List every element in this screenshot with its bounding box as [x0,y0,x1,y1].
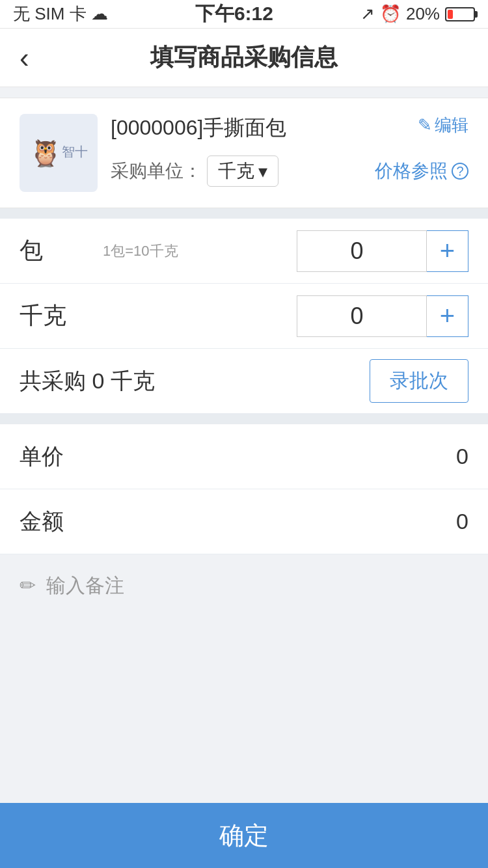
batch-button[interactable]: 录批次 [370,359,468,403]
back-button[interactable]: ‹ [20,44,29,72]
product-logo-sub: 智十 [62,143,88,161]
status-time: 下午6:12 [195,1,273,27]
unit-price-value: 0 [456,444,468,469]
kg-quantity-input[interactable] [297,295,427,337]
page-title: 填写商品采购信息 [150,42,338,74]
battery-icon [445,7,475,21]
product-name: [0000006]手撕面包 [111,114,286,142]
total-row: 共采购 0 千克 录批次 [0,349,488,414]
unit-label: 采购单位： 千克 ▾ [111,156,278,187]
status-bar: 无 SIM 卡 ☁ 下午6:12 ↗ ⏰ 20% [0,0,488,29]
page-content: 🦉 智十 [0000006]手撕面包 ✎ 编辑 采购单位： 千克 ▾ [0,98,488,868]
bag-hint: 1包=10千克 [103,241,178,261]
edit-icon: ✎ [418,115,432,135]
kg-plus-button[interactable]: + [427,295,468,337]
section-divider-2 [0,414,488,424]
price-ref[interactable]: 价格参照 ? [375,159,468,183]
pencil-icon: ✏ [20,574,36,597]
notes-area[interactable]: ✏ 输入备注 [0,554,488,617]
unit-price-label: 单价 [20,442,64,472]
product-info: [0000006]手撕面包 ✎ 编辑 采购单位： 千克 ▾ 价格参照 ? [111,114,468,187]
kg-input-control: + [297,295,468,337]
amount-label: 金额 [20,507,64,537]
info-icon: ? [452,163,468,180]
bag-label: 包 [20,235,98,267]
confirm-button[interactable]: 确定 [0,803,488,868]
unit-value: 千克 [218,159,254,183]
bag-input-row: 包 1包=10千克 + [0,219,488,284]
input-section: 包 1包=10千克 + 千克 + 共采购 0 千克 录批次 [0,219,488,414]
unit-label-text: 采购单位： [111,159,202,183]
amount-row: 金额 0 [0,489,488,554]
product-card: 🦉 智十 [0000006]手撕面包 ✎ 编辑 采购单位： 千克 ▾ [0,98,488,208]
unit-dropdown[interactable]: 千克 ▾ [207,156,278,187]
bag-quantity-input[interactable] [297,230,427,272]
bag-plus-button[interactable]: + [427,230,468,272]
status-left: 无 SIM 卡 ☁ [13,3,108,25]
product-unit-row: 采购单位： 千克 ▾ 价格参照 ? [111,156,468,187]
unit-price-row: 单价 0 [0,424,488,489]
battery-percent: 20% [406,4,440,24]
notes-placeholder: 输入备注 [46,573,124,599]
section-divider-1 [0,208,488,219]
alarm-icon: ⏰ [380,4,401,24]
bag-input-control: + [297,230,468,272]
edit-label: 编辑 [435,114,468,137]
location-icon: ↗ [360,4,375,24]
kg-input-row: 千克 + [0,284,488,349]
kg-label: 千克 [20,300,98,332]
product-logo: 🦉 [29,138,62,169]
edit-link[interactable]: ✎ 编辑 [418,114,468,137]
chevron-down-icon: ▾ [258,161,267,182]
amount-value: 0 [456,509,468,534]
product-header: [0000006]手撕面包 ✎ 编辑 [111,114,468,142]
sim-status: 无 SIM 卡 ☁ [13,3,108,25]
nav-bar: ‹ 填写商品采购信息 [0,29,488,87]
product-image: 🦉 智十 [20,114,98,192]
price-ref-label: 价格参照 [375,159,448,183]
total-label: 共采购 0 千克 [20,366,155,396]
status-right: ↗ ⏰ 20% [360,4,475,24]
bottom-space [0,617,488,813]
